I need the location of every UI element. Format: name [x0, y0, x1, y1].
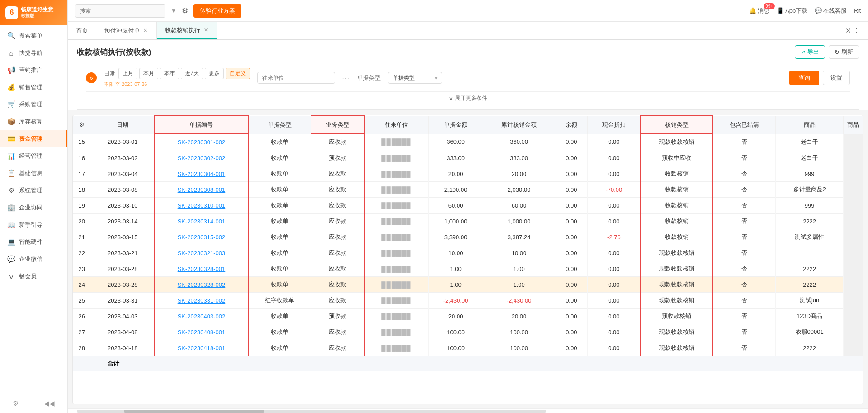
footer-product2: [844, 356, 863, 372]
tab-collection-close[interactable]: ✕: [203, 27, 209, 33]
cell-doc-no[interactable]: SK-20230310-001: [155, 198, 248, 214]
cell-balance: 0.00: [555, 293, 588, 309]
tab-close-all-btn[interactable]: ✕: [845, 27, 851, 35]
table-row[interactable]: 27 2023-04-08 SK-20230408-001 收款单 应收款 ██…: [73, 324, 863, 340]
sidebar-item-search[interactable]: 🔍搜索菜单: [0, 27, 67, 44]
sidebar-item-hardware[interactable]: 💻智能硬件: [0, 233, 67, 251]
sidebar-item-quick-nav[interactable]: ⌂快捷导航: [0, 44, 67, 62]
sidebar-item-guide[interactable]: 📖新手引导: [0, 216, 67, 233]
sidebar-item-wechat[interactable]: 💬企业微信: [0, 251, 67, 268]
th-doc-type: 单据类型: [248, 116, 311, 134]
cell-amount: 333.00: [429, 150, 483, 166]
expand-down-icon: ∨: [449, 95, 453, 102]
table-row[interactable]: 24 2023-03-28 SK-20230328-002 收款单 应收款 ██…: [73, 277, 863, 293]
table-row[interactable]: 18 2023-03-08 SK-20230308-001 收款单 应收款 ██…: [73, 182, 863, 198]
industry-solution-btn[interactable]: 体验行业方案: [193, 4, 241, 18]
filter-date-range: 不限 至 2023-07-26: [104, 81, 147, 88]
date-btn-this-month[interactable]: 本月: [139, 68, 158, 79]
cell-doc-no[interactable]: SK-20230418-001: [155, 340, 248, 356]
footer-label: 合计: [73, 356, 155, 372]
cell-balance: 0.00: [555, 309, 588, 324]
cell-biz-type: 应收款: [311, 229, 364, 245]
filter-expand-btn[interactable]: »: [86, 72, 97, 83]
app-download-btn[interactable]: 📱 App下载: [777, 7, 807, 15]
filter-right-actions: 查询 设置: [789, 71, 850, 85]
inventory-icon: 📦: [7, 118, 15, 126]
date-btn-this-year[interactable]: 本年: [160, 68, 179, 79]
table-row[interactable]: 28 2023-04-18 SK-20230418-001 收款单 应收款 ██…: [73, 340, 863, 356]
refresh-btn[interactable]: ↻ 刷新: [829, 45, 859, 59]
sidebar-label-quick-nav: 快捷导航: [19, 49, 42, 57]
sidebar-item-marketing[interactable]: 📢营销推广: [0, 62, 67, 79]
footer-doc-no: [155, 356, 248, 372]
cell-doc-type: 收款单: [248, 340, 311, 356]
date-btn-last-month[interactable]: 上月: [118, 68, 137, 79]
search-dropdown-btn[interactable]: ▼: [171, 8, 176, 14]
cell-doc-no[interactable]: SK-20230301-002: [155, 134, 248, 150]
tab-home[interactable]: 首页: [68, 22, 96, 39]
cell-cancel-type: 现款收款核销: [640, 324, 713, 340]
table-row[interactable]: 19 2023-03-10 SK-20230310-001 收款单 应收款 ██…: [73, 198, 863, 214]
cell-num: 25: [73, 293, 91, 309]
online-service-btn[interactable]: 💬 在线客服: [815, 7, 847, 15]
cell-doc-no[interactable]: SK-20230302-002: [155, 150, 248, 166]
table-row[interactable]: 16 2023-03-02 SK-20230302-002 收款单 预收款 ██…: [73, 150, 863, 166]
user-name[interactable]: Rit: [854, 8, 861, 14]
cell-cancel-type: 预收中应收: [640, 150, 713, 166]
sidebar-item-inventory[interactable]: 📦库存核算: [0, 113, 67, 130]
sidebar-collapse-btn[interactable]: ◀◀: [40, 398, 58, 409]
tab-prepay[interactable]: 预付冲应付单 ✕: [96, 22, 157, 39]
message-btn[interactable]: 🔔 消息 99+: [749, 7, 769, 15]
cell-biz-type: 应收款: [311, 182, 364, 198]
cell-doc-no[interactable]: SK-20230331-002: [155, 293, 248, 309]
table-row[interactable]: 25 2023-03-31 SK-20230331-002 红字收款单 应收款 …: [73, 293, 863, 309]
sidebar-item-basic[interactable]: 📋基础信息: [0, 165, 67, 182]
tab-collection[interactable]: 收款核销执行 ✕: [157, 22, 217, 39]
cell-doc-no[interactable]: SK-20230304-001: [155, 166, 248, 182]
cell-cancel-type: 收款核销: [640, 214, 713, 229]
cell-cancel-type: 收款核销: [640, 166, 713, 182]
date-btn-custom[interactable]: 自定义: [226, 68, 250, 79]
sidebar-item-purchase[interactable]: 🛒采购管理: [0, 96, 67, 113]
search-input[interactable]: [75, 4, 165, 18]
sidebar-item-enterprise[interactable]: 🏢企业协同: [0, 199, 67, 216]
cell-doc-no[interactable]: SK-20230403-002: [155, 309, 248, 324]
table-row[interactable]: 17 2023-03-04 SK-20230304-001 收款单 应收款 ██…: [73, 166, 863, 182]
doc-type-select[interactable]: 单据类型: [388, 72, 442, 84]
party-input[interactable]: [257, 72, 335, 84]
table-row[interactable]: 22 2023-03-21 SK-20230321-003 收款单 应收款 ██…: [73, 245, 863, 261]
cell-doc-no[interactable]: SK-20230328-001: [155, 261, 248, 277]
query-btn[interactable]: 查询: [789, 71, 819, 85]
table-row[interactable]: 20 2023-03-14 SK-20230314-001 收款单 应收款 ██…: [73, 214, 863, 229]
cell-doc-no[interactable]: SK-20230328-002: [155, 277, 248, 293]
expand-conditions-btn[interactable]: ∨ 展开更多条件: [86, 91, 850, 105]
tab-prepay-close[interactable]: ✕: [142, 27, 148, 34]
topbar-gear-icon[interactable]: ⚙: [182, 6, 188, 15]
app-name: 畅康道好生意: [21, 6, 53, 13]
topbar-right: 🔔 消息 99+ 📱 App下载 💬 在线客服 Rit: [749, 7, 861, 15]
cell-doc-no[interactable]: SK-20230315-002: [155, 229, 248, 245]
wechat-icon: 💬: [7, 255, 15, 263]
table-row[interactable]: 23 2023-03-28 SK-20230328-001 收款单 应收款 ██…: [73, 261, 863, 277]
cell-doc-no[interactable]: SK-20230321-003: [155, 245, 248, 261]
cell-include-settled: 否: [713, 134, 775, 150]
cell-doc-no[interactable]: SK-20230314-001: [155, 214, 248, 229]
date-btn-7days[interactable]: 近7天: [181, 68, 203, 79]
sidebar-item-member[interactable]: V畅会员: [0, 268, 67, 285]
table-row[interactable]: 21 2023-03-15 SK-20230315-002 收款单 应收款 ██…: [73, 229, 863, 245]
date-btn-more[interactable]: 更多: [205, 68, 224, 79]
settings-btn[interactable]: 设置: [823, 71, 850, 85]
export-btn[interactable]: ↗ 导出: [795, 45, 825, 59]
sidebar-item-sales[interactable]: 💰销售管理: [0, 79, 67, 96]
sidebar-item-operations[interactable]: 📊经营管理: [0, 147, 67, 165]
tab-maximize-btn[interactable]: ⛶: [856, 27, 863, 34]
th-balance: 余额: [555, 116, 588, 134]
th-party: 往来单位: [364, 116, 429, 134]
sidebar-item-finance[interactable]: 💳资金管理: [0, 130, 67, 147]
table-row[interactable]: 15 2023-03-01 SK-20230301-002 收款单 应收款 ██…: [73, 134, 863, 150]
sidebar-settings-btn[interactable]: ⚙: [9, 398, 22, 409]
sidebar-item-system[interactable]: ⚙系统管理: [0, 182, 67, 199]
cell-doc-no[interactable]: SK-20230308-001: [155, 182, 248, 198]
cell-doc-no[interactable]: SK-20230408-001: [155, 324, 248, 340]
table-row[interactable]: 26 2023-04-03 SK-20230403-002 收款单 预收款 ██…: [73, 309, 863, 324]
